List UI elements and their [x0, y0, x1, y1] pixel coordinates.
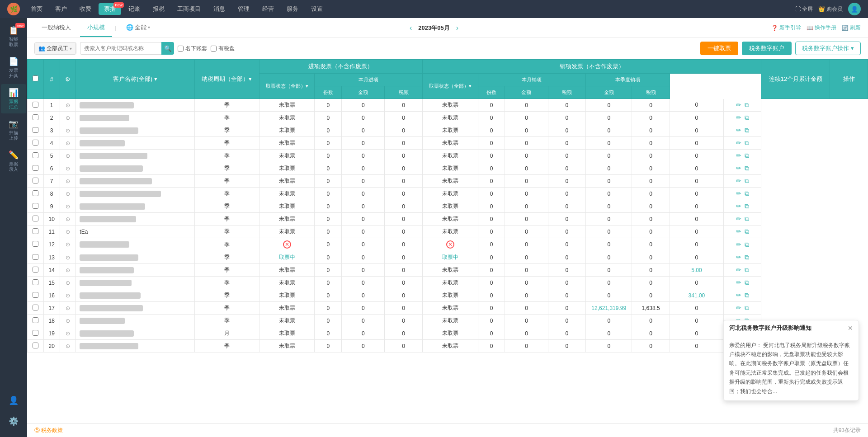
row-checkbox[interactable] [33, 292, 38, 298]
row-checkbox[interactable] [33, 140, 38, 146]
row-settings[interactable]: ⊙ [60, 213, 76, 226]
has-tax-disk-checkbox[interactable]: 有税盘 [211, 45, 235, 52]
edit-icon[interactable]: ✏ [736, 279, 741, 286]
edit-icon[interactable]: ✏ [736, 215, 741, 222]
row-settings[interactable]: ⊙ [60, 124, 76, 137]
copy-icon[interactable]: ⧉ [745, 228, 749, 235]
tax-policy-link[interactable]: ⑤ 税务政策 [34, 427, 63, 434]
row-checkbox[interactable] [33, 330, 38, 336]
row-checkbox[interactable] [33, 343, 38, 348]
sidebar-item-scan-upload[interactable]: 📷 扫描上传 [1, 115, 26, 145]
row-settings[interactable]: ⊙ [60, 238, 76, 251]
copy-icon[interactable]: ⧉ [745, 254, 749, 261]
copy-icon[interactable]: ⧉ [745, 202, 749, 210]
row-checkbox[interactable] [33, 317, 38, 323]
row-settings[interactable]: ⊙ [60, 226, 76, 238]
nav-item-service[interactable]: 服务 [281, 3, 304, 15]
row-checkbox[interactable] [33, 241, 38, 247]
nav-item-operations[interactable]: 经营 [257, 3, 279, 15]
copy-icon[interactable]: ⧉ [745, 279, 749, 286]
edit-icon[interactable]: ✏ [736, 241, 741, 248]
row-checkbox[interactable] [33, 279, 38, 285]
nav-item-invoices[interactable]: 票据 new [99, 3, 121, 15]
tax-period-header[interactable]: 纳税周期（全部）▾ [194, 60, 259, 99]
row-settings[interactable]: ⊙ [60, 150, 76, 162]
sidebar-item-invoice-open[interactable]: 📄 发票开具 [1, 53, 26, 82]
sidebar-item-settings[interactable]: ⚙️ [1, 413, 26, 430]
copy-icon[interactable]: ⧉ [745, 241, 749, 248]
edit-icon[interactable]: ✏ [736, 228, 741, 235]
notif-close-btn[interactable]: ✕ [848, 324, 853, 332]
edit-icon[interactable]: ✏ [736, 152, 741, 159]
tab-general-taxpayer[interactable]: 一般纳税人 [34, 19, 78, 37]
one-key-fetch-btn[interactable]: 一键取票 [700, 42, 738, 55]
copy-icon[interactable]: ⧉ [745, 304, 749, 311]
nav-item-settings[interactable]: 设置 [306, 3, 328, 15]
copy-icon[interactable]: ⧉ [745, 127, 749, 134]
row-checkbox[interactable] [33, 228, 38, 234]
under-account-checkbox[interactable]: 名下账套 [178, 45, 207, 52]
nav-item-clients[interactable]: 客户 [50, 3, 72, 15]
tax-digital-ops-btn[interactable]: 税务数字账户操作 ▾ [795, 42, 861, 55]
row-checkbox[interactable] [33, 152, 38, 158]
search-button[interactable]: 🔍 [161, 42, 174, 55]
fetch-status-out-header[interactable]: 取票状态（全部）▾ [422, 74, 478, 99]
member-btn[interactable]: 👑 购会员 [818, 5, 843, 13]
row-settings[interactable]: ⊙ [60, 188, 76, 200]
cum-12m-value[interactable]: 5.00 [691, 267, 702, 273]
next-month-btn[interactable]: › [453, 23, 461, 33]
row-checkbox[interactable] [33, 178, 38, 183]
copy-icon[interactable]: ⧉ [745, 101, 749, 108]
prev-month-btn[interactable]: ‹ [407, 23, 415, 33]
select-all-header[interactable] [28, 60, 44, 99]
row-settings[interactable]: ⊙ [60, 277, 76, 289]
copy-icon[interactable]: ⧉ [745, 266, 749, 273]
new-guide-btn[interactable]: ❓ 新手引导 [771, 24, 801, 32]
fetch-status-in-header[interactable]: 取票状态（全部）▾ [259, 74, 315, 99]
copy-icon[interactable]: ⧉ [745, 215, 749, 222]
row-checkbox[interactable] [33, 165, 38, 171]
edit-icon[interactable]: ✏ [736, 304, 741, 311]
row-checkbox[interactable] [33, 305, 38, 310]
row-checkbox[interactable] [33, 267, 38, 273]
nav-item-tax[interactable]: 报税 [147, 3, 170, 15]
fullscreen-btn[interactable]: ⛶ 全屏 [795, 5, 813, 13]
client-search-input[interactable] [80, 42, 161, 55]
sidebar-item-invoice-entry[interactable]: ✏️ 票据录入 [1, 146, 26, 176]
row-settings[interactable]: ⊙ [60, 162, 76, 175]
tab-small-scale[interactable]: 小规模 [80, 19, 112, 37]
edit-icon[interactable]: ✏ [736, 164, 741, 172]
sidebar-item-profile[interactable]: 👤 [1, 392, 26, 409]
row-settings[interactable]: ⊙ [60, 112, 76, 124]
row-settings[interactable]: ⊙ [60, 137, 76, 150]
copy-icon[interactable]: ⧉ [745, 164, 749, 172]
manual-btn[interactable]: 📖 操作手册 [807, 24, 836, 32]
nav-item-fees[interactable]: 收费 [74, 3, 97, 15]
edit-icon[interactable]: ✏ [736, 177, 741, 184]
sidebar-item-invoice-summary[interactable]: 📊 票据汇总 [1, 84, 26, 113]
edit-icon[interactable]: ✏ [736, 254, 741, 261]
copy-icon[interactable]: ⧉ [745, 152, 749, 159]
row-checkbox[interactable] [33, 190, 38, 196]
row-settings[interactable]: ⊙ [60, 251, 76, 264]
row-settings[interactable]: ⊙ [60, 302, 76, 315]
edit-icon[interactable]: ✏ [736, 202, 741, 210]
row-settings[interactable]: ⊙ [60, 99, 76, 112]
employee-select-trigger[interactable]: 👥 全部员工 ▾ [35, 42, 76, 54]
refresh-btn[interactable]: 🔄 刷新 [842, 24, 861, 32]
nav-item-bookkeeping[interactable]: 记账 [123, 3, 146, 15]
row-checkbox[interactable] [33, 203, 38, 209]
copy-icon[interactable]: ⧉ [745, 291, 749, 299]
nav-item-messages[interactable]: 消息 [208, 3, 231, 15]
row-checkbox[interactable] [33, 216, 38, 221]
refund-amount-value[interactable]: 12,621,319.99 [591, 305, 626, 311]
tax-digital-account-btn[interactable]: 税务数字账户 [742, 42, 792, 55]
client-name-header[interactable]: 客户名称(全部) ▾ [76, 60, 194, 99]
row-settings[interactable]: ⊙ [60, 340, 76, 352]
copy-icon[interactable]: ⧉ [745, 190, 749, 197]
edit-icon[interactable]: ✏ [736, 291, 741, 299]
row-checkbox[interactable] [33, 114, 38, 120]
employee-select[interactable]: 👥 全部员工 ▾ [34, 42, 76, 55]
copy-icon[interactable]: ⧉ [745, 139, 749, 146]
nav-item-manage[interactable]: 管理 [232, 3, 255, 15]
